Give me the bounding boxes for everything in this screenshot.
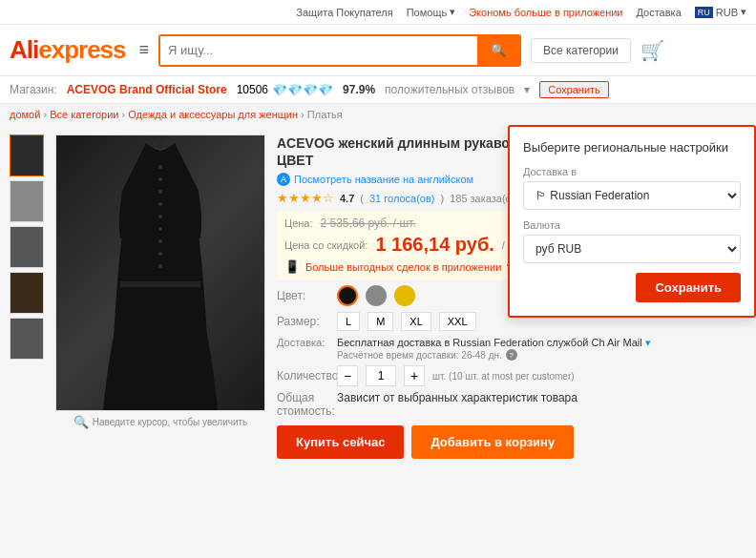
store-label: Магазин: (10, 83, 57, 96)
delivery-dropdown-label: Доставка в (523, 166, 741, 177)
thumb-img-3 (10, 227, 43, 267)
thumbnail-3[interactable] (10, 226, 44, 268)
color-label: Цвет: (277, 289, 329, 302)
qty-decrease-button[interactable]: − (337, 365, 358, 386)
dress-svg (94, 143, 227, 410)
delivery-text: Бесплатная доставка в Russian Federation… (337, 337, 746, 349)
total-value: Зависит от выбранных характеристик товар… (337, 391, 578, 418)
svg-rect-0 (120, 281, 200, 287)
breadcrumb-home[interactable]: домой (10, 109, 40, 120)
delivery-info: Бесплатная доставка в Russian Federation… (337, 337, 746, 361)
feedback-pct: 97.9% (343, 83, 375, 96)
votes: ( (360, 193, 364, 204)
breadcrumb-women[interactable]: Одежда и аксессуары для женщин (128, 109, 298, 120)
svg-point-2 (158, 177, 162, 181)
header: Aliexpress ≡ 🔍 Все категории 🛒 (0, 25, 756, 76)
svg-point-7 (158, 239, 162, 243)
thumb-img-1 (10, 135, 43, 176)
size-L[interactable]: L (337, 312, 360, 331)
currency-select[interactable]: руб RUB USD EUR (523, 235, 741, 263)
logo: Aliexpress (10, 35, 126, 65)
size-M[interactable]: M (368, 312, 393, 331)
save-store-button[interactable]: Сохранить (539, 81, 609, 98)
add-to-cart-button[interactable]: Добавить в корзину (411, 425, 574, 459)
top-bar: Защита Покупателя Помощь ▾ Экономь больш… (0, 0, 756, 25)
main-product-image[interactable] (55, 134, 265, 411)
qty-input[interactable] (366, 365, 396, 386)
menu-icon[interactable]: ≡ (139, 40, 150, 60)
delivery-label: Доставка: (277, 337, 329, 361)
delivery-time: Расчётное время доставки: 26-48 дн. (337, 350, 502, 361)
currency-dropdown-label: Валюта (523, 219, 741, 231)
color-black[interactable] (337, 285, 358, 306)
feedback-dropdown-icon[interactable]: ▾ (524, 83, 530, 96)
original-price: 2 535,66 руб. / шт. (321, 217, 416, 230)
thumbnail-1[interactable] (10, 134, 44, 176)
thumbnail-5[interactable] (10, 318, 44, 360)
size-label: Размер: (277, 315, 329, 328)
svg-point-9 (158, 264, 162, 268)
action-buttons: Купить сейчас Добавить в корзину (277, 425, 746, 459)
svg-point-8 (158, 252, 162, 256)
breadcrumb: домой › Все категории › Одежда и аксессу… (0, 104, 756, 125)
search-button[interactable]: 🔍 (477, 36, 519, 65)
diamond-icons: 💎💎💎💎 (272, 83, 333, 97)
deals-link[interactable]: Больше выгодных сделок в приложении (305, 261, 501, 273)
main-image-area: 🔍 Наведите курсор, чтобы увеличить (55, 134, 265, 546)
color-gray[interactable] (366, 285, 387, 306)
thumbnail-2[interactable] (10, 180, 44, 222)
rating-number: 10506 (237, 83, 268, 96)
size-XXL[interactable]: XXL (439, 312, 476, 331)
logo-text: Aliexpress (10, 35, 126, 65)
svg-point-1 (158, 165, 162, 169)
air-mail-link[interactable]: ▾ (645, 337, 651, 348)
votes-text[interactable]: 31 голоса(ов) (369, 193, 435, 204)
thumb-img-4 (10, 273, 43, 313)
svg-point-5 (158, 215, 162, 218)
sale-label: Цена со скидкой: (284, 239, 368, 251)
breadcrumb-current: Платья (307, 109, 343, 120)
svg-point-4 (158, 202, 162, 206)
country-select[interactable]: 🏳 Russian Federation 🏳 United States 🏳 C… (523, 181, 741, 210)
qty-label: Количество: (277, 369, 329, 382)
qty-increase-button[interactable]: + (404, 365, 425, 386)
dropdown-save-button[interactable]: Сохранить (636, 273, 741, 302)
magnify-hint: 🔍 Наведите курсор, чтобы увеличить (55, 415, 265, 429)
qty-note: шт. (10 шт. at most per customer) (432, 371, 575, 382)
app-link[interactable]: Экономь больше в приложении (469, 7, 622, 18)
breadcrumb-all-cats[interactable]: Все категории (50, 109, 118, 120)
delivery-help-icon[interactable]: ? (506, 349, 517, 361)
thumbnail-list (10, 134, 44, 546)
size-XL[interactable]: XL (401, 312, 430, 331)
delivery-row: Доставка: Бесплатная доставка в Russian … (277, 337, 746, 361)
thumbnail-4[interactable] (10, 272, 44, 314)
total-label: Общая стоимость: (277, 391, 329, 418)
color-yellow[interactable] (394, 285, 415, 306)
store-rating: 10506 💎💎💎💎 (237, 83, 333, 97)
quantity-row: Количество: − + шт. (10 шт. at most per … (277, 365, 746, 386)
price-label: Цена: (284, 217, 313, 229)
categories-button[interactable]: Все категории (531, 38, 631, 63)
main-content: 🔍 Наведите курсор, чтобы увеличить ACEVO… (0, 125, 756, 555)
svg-point-6 (158, 227, 162, 231)
search-input[interactable] (160, 36, 477, 65)
stars: ★★★★☆ (277, 191, 334, 205)
magnify-text: Наведите курсор, чтобы увеличить (93, 417, 248, 427)
buyer-protection-link[interactable]: Защита Покупателя (296, 7, 392, 18)
feedback-label: положительных отзывов (385, 83, 514, 96)
cart-icon[interactable]: 🛒 (640, 39, 664, 62)
svg-point-3 (158, 190, 162, 194)
delivery-link[interactable]: Доставка (637, 7, 682, 18)
buy-now-button[interactable]: Купить сейчас (277, 425, 404, 459)
search-bar: 🔍 (158, 34, 521, 67)
regional-settings-dropdown: Выберите региональные настройки Доставка… (508, 125, 756, 318)
dropdown-title: Выберите региональные настройки (523, 140, 741, 155)
rating-value: 4.7 (340, 193, 354, 204)
discount-price: 1 166,14 руб. (375, 234, 494, 256)
thumb-img-5 (10, 319, 43, 359)
store-bar: Магазин: ACEVOG Brand Official Store 105… (0, 76, 756, 104)
total-row: Общая стоимость: Зависит от выбранных ха… (277, 391, 746, 418)
help-link[interactable]: Помощь ▾ (407, 6, 456, 18)
currency-display[interactable]: RU RUB ▾ (695, 6, 746, 18)
store-name-link[interactable]: ACEVOG Brand Official Store (67, 83, 227, 96)
